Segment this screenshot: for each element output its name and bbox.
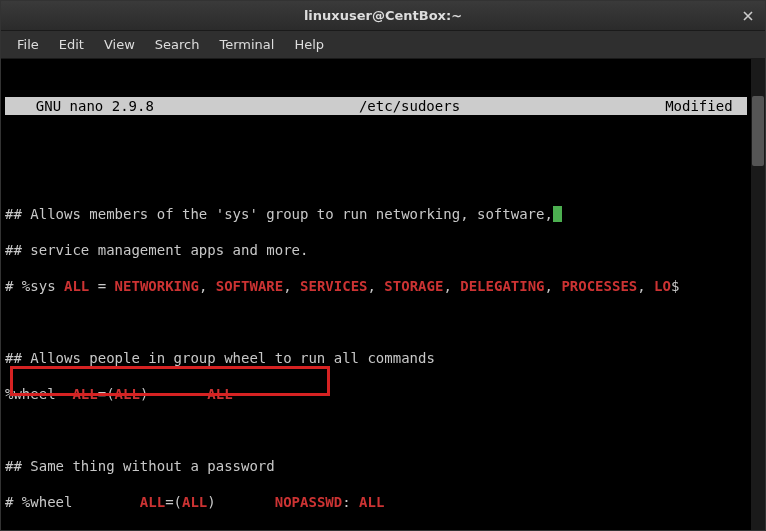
nano-version: GNU nano 2.9.8 bbox=[7, 97, 154, 115]
menu-edit[interactable]: Edit bbox=[49, 33, 94, 56]
editor-line: ## Allows people in group wheel to run a… bbox=[5, 349, 761, 367]
editor-line: %wheel ALL=(ALL) ALL bbox=[5, 385, 761, 403]
terminal-content[interactable]: GNU nano 2.9.8/etc/sudoersModified ## Al… bbox=[1, 59, 765, 530]
line-continuation-marker bbox=[553, 206, 562, 222]
menu-search[interactable]: Search bbox=[145, 33, 210, 56]
menu-file[interactable]: File bbox=[7, 33, 49, 56]
close-icon bbox=[743, 11, 753, 21]
window-title: linuxuser@CentBox:~ bbox=[304, 8, 462, 23]
nano-header: GNU nano 2.9.8/etc/sudoersModified bbox=[5, 97, 747, 115]
nano-filename: /etc/sudoers bbox=[154, 97, 665, 115]
scrollbar-thumb[interactable] bbox=[752, 96, 764, 166]
editor-line: # %sys ALL = NETWORKING, SOFTWARE, SERVI… bbox=[5, 277, 761, 295]
terminal-window: linuxuser@CentBox:~ File Edit View Searc… bbox=[0, 0, 766, 531]
menu-view[interactable]: View bbox=[94, 33, 145, 56]
close-button[interactable] bbox=[737, 5, 759, 27]
vertical-scrollbar[interactable] bbox=[751, 59, 765, 530]
editor-line: ## Allows members of the 'sys' group to … bbox=[5, 205, 761, 223]
editor-line: # %wheel ALL=(ALL) NOPASSWD: ALL bbox=[5, 493, 761, 511]
titlebar[interactable]: linuxuser@CentBox:~ bbox=[1, 1, 765, 31]
nano-status: Modified bbox=[665, 97, 745, 115]
menu-help[interactable]: Help bbox=[284, 33, 334, 56]
menubar: File Edit View Search Terminal Help bbox=[1, 31, 765, 59]
menu-terminal[interactable]: Terminal bbox=[209, 33, 284, 56]
editor-line: ## service management apps and more. bbox=[5, 241, 761, 259]
editor-line: ## Same thing without a password bbox=[5, 457, 761, 475]
